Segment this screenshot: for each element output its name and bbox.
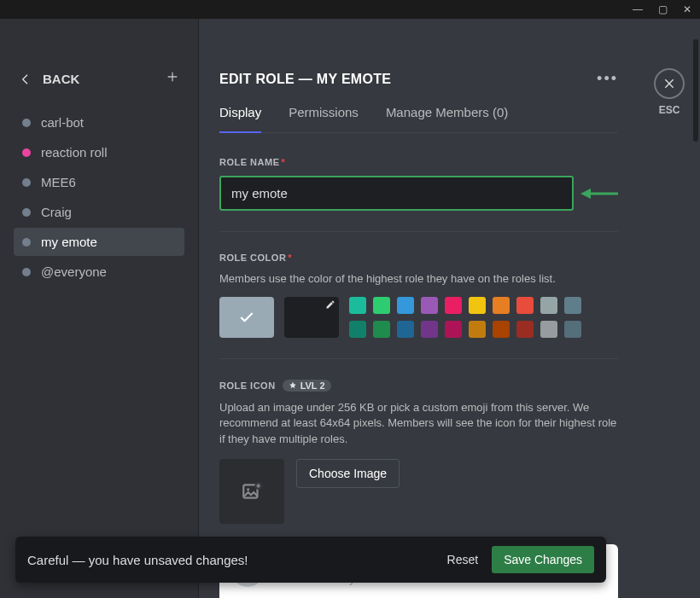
tab[interactable]: Manage Members (0) xyxy=(386,105,508,133)
role-item-label: carl-bot xyxy=(41,115,84,130)
sidebar-role-item[interactable]: Craig xyxy=(14,198,184,226)
color-swatch[interactable] xyxy=(349,321,366,338)
arrow-left-icon xyxy=(19,73,32,86)
icon-upload-area[interactable] xyxy=(219,459,284,524)
window-close-icon[interactable]: ✕ xyxy=(683,4,691,15)
color-swatch[interactable] xyxy=(540,297,557,314)
color-swatch[interactable] xyxy=(421,297,438,314)
main-content: EDIT ROLE — MY EMOTE ••• DisplayPermissi… xyxy=(199,19,639,598)
color-swatch[interactable] xyxy=(469,321,486,338)
scrollbar-thumb[interactable] xyxy=(693,39,698,142)
section-divider xyxy=(219,358,618,359)
custom-color-swatch[interactable] xyxy=(284,297,339,338)
color-swatch[interactable] xyxy=(564,321,581,338)
back-label: BACK xyxy=(43,72,79,86)
sidebar-role-item[interactable]: carl-bot xyxy=(14,108,184,136)
choose-image-button[interactable]: Choose Image xyxy=(296,459,400,488)
color-swatch[interactable] xyxy=(421,321,438,338)
more-options-button[interactable]: ••• xyxy=(597,70,618,88)
role-color-dot xyxy=(22,119,31,127)
color-swatch[interactable] xyxy=(516,297,534,314)
boost-icon xyxy=(289,381,297,390)
color-swatch[interactable] xyxy=(373,297,390,314)
scrollbar-track[interactable] xyxy=(693,19,700,598)
unsaved-changes-bar: Careful — you have unsaved changes! Rese… xyxy=(15,537,606,583)
role-list: carl-botreaction rollMEE6Craigmy emote@e… xyxy=(14,108,184,286)
color-swatch[interactable] xyxy=(493,297,510,314)
color-swatch[interactable] xyxy=(540,321,557,338)
color-swatch[interactable] xyxy=(397,321,414,338)
add-role-button[interactable] xyxy=(166,70,179,88)
role-icon-help: Upload an image under 256 KB or pick a c… xyxy=(219,400,618,447)
plus-icon xyxy=(166,70,179,84)
role-icon-label: ROLE ICON xyxy=(219,380,276,391)
color-swatch[interactable] xyxy=(493,321,510,338)
maximize-icon[interactable]: ▢ xyxy=(658,4,668,15)
window-titlebar: — ▢ ✕ xyxy=(0,0,700,19)
color-swatch[interactable] xyxy=(397,297,414,314)
role-color-dot xyxy=(22,268,31,276)
color-swatch[interactable] xyxy=(349,297,366,314)
annotation-arrow-icon xyxy=(580,186,618,201)
role-item-label: Craig xyxy=(41,205,72,219)
reset-button[interactable]: Reset xyxy=(447,553,479,566)
role-item-label: my emote xyxy=(41,235,97,249)
tab[interactable]: Permissions xyxy=(289,105,359,133)
tab[interactable]: Display xyxy=(219,105,261,133)
svg-marker-1 xyxy=(580,189,591,199)
sidebar-role-item[interactable]: reaction roll xyxy=(14,138,184,166)
sidebar-role-item[interactable]: MEE6 xyxy=(14,168,184,196)
color-swatch[interactable] xyxy=(564,297,581,314)
role-name-label: ROLE NAME* xyxy=(219,157,618,167)
unsaved-text: Careful — you have unsaved changes! xyxy=(27,553,248,567)
color-swatch[interactable] xyxy=(516,321,534,338)
role-color-dot xyxy=(22,178,31,187)
add-image-icon xyxy=(241,480,263,502)
role-color-label: ROLE COLOR* xyxy=(219,253,618,263)
check-icon xyxy=(238,309,255,326)
esc-label: ESC xyxy=(659,104,680,116)
color-swatch[interactable] xyxy=(469,297,486,314)
sidebar-role-item[interactable]: @everyone xyxy=(14,258,184,286)
save-changes-button[interactable]: Save Changes xyxy=(492,546,594,573)
default-color-swatch[interactable] xyxy=(219,297,274,338)
page-title: EDIT ROLE — MY EMOTE xyxy=(219,72,391,87)
color-swatch[interactable] xyxy=(373,321,390,338)
color-swatch[interactable] xyxy=(445,321,462,338)
tab-bar: DisplayPermissionsManage Members (0) xyxy=(219,105,618,133)
role-color-dot xyxy=(22,238,31,247)
minimize-icon[interactable]: — xyxy=(633,4,643,15)
color-row-1 xyxy=(349,297,581,314)
close-button[interactable] xyxy=(654,68,685,99)
level-badge: LVL 2 xyxy=(283,380,331,392)
role-color-dot xyxy=(22,208,31,217)
section-divider xyxy=(219,231,618,232)
color-swatch[interactable] xyxy=(445,297,462,314)
role-color-help: Members use the color of the highest rol… xyxy=(219,271,618,287)
role-item-label: reaction roll xyxy=(41,145,108,160)
roles-sidebar: BACK carl-botreaction rollMEE6Craigmy em… xyxy=(0,19,198,598)
sidebar-role-item[interactable]: my emote xyxy=(14,228,184,256)
back-button[interactable]: BACK xyxy=(19,72,79,86)
role-item-label: MEE6 xyxy=(41,175,76,189)
svg-point-3 xyxy=(247,488,249,491)
role-name-input[interactable] xyxy=(219,176,574,211)
role-color-dot xyxy=(22,148,31,157)
close-icon xyxy=(662,77,676,90)
role-item-label: @everyone xyxy=(41,264,107,279)
color-row-2 xyxy=(349,321,581,338)
eyedropper-icon xyxy=(325,299,335,311)
